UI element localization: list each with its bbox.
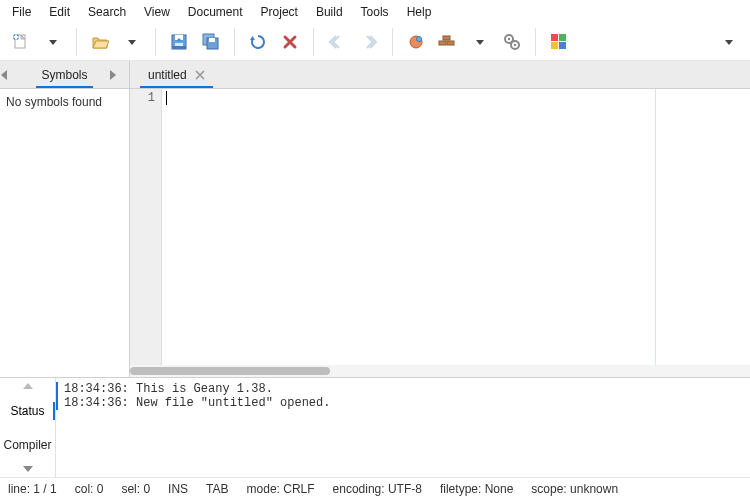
svg-rect-25	[551, 42, 558, 49]
message-selection-marker	[56, 382, 58, 410]
svg-marker-28	[110, 70, 116, 80]
build-dropdown[interactable]	[467, 29, 493, 55]
toolbar-separator	[392, 28, 393, 56]
menubar: File Edit Search View Document Project B…	[0, 0, 750, 24]
chevron-down-icon	[476, 40, 484, 45]
compile-icon	[406, 32, 426, 52]
editor-tab-label: untitled	[148, 68, 187, 82]
status-col: col: 0	[75, 482, 104, 496]
message-scroll-up[interactable]	[23, 378, 33, 394]
chevron-right-icon	[109, 70, 117, 80]
toolbar	[0, 24, 750, 60]
svg-rect-16	[439, 41, 446, 45]
sidebar: Symbols No symbols found	[0, 61, 130, 377]
sidebar-scroll-right[interactable]	[109, 70, 129, 80]
chevron-down-icon	[23, 465, 33, 473]
menu-build[interactable]: Build	[308, 2, 351, 22]
chevron-down-icon	[49, 40, 57, 45]
run-gears-icon	[502, 32, 522, 52]
svg-rect-24	[559, 34, 566, 41]
message-tab-status[interactable]: Status	[0, 394, 55, 428]
svg-rect-26	[559, 42, 566, 49]
message-tab-label: Status	[10, 404, 44, 418]
svg-marker-30	[23, 466, 33, 472]
status-sel: sel: 0	[121, 482, 150, 496]
line-number: 1	[130, 91, 155, 105]
code-text-area[interactable]	[162, 89, 750, 377]
color-chooser-icon	[549, 32, 569, 52]
svg-rect-4	[14, 36, 19, 38]
statusbar: line: 1 / 1 col: 0 sel: 0 INS TAB mode: …	[0, 477, 750, 501]
scrollbar-thumb[interactable]	[130, 367, 330, 375]
close-icon	[281, 33, 299, 51]
close-tab-icon[interactable]	[195, 70, 205, 80]
menu-tools[interactable]: Tools	[353, 2, 397, 22]
editor-hscrollbar[interactable]	[130, 365, 750, 377]
new-file-icon	[11, 32, 31, 52]
line-gutter: 1	[130, 89, 162, 377]
message-body[interactable]: 18:34:36: This is Geany 1.38. 18:34:36: …	[56, 378, 750, 477]
save-all-icon	[201, 32, 221, 52]
status-line: line: 1 / 1	[8, 482, 57, 496]
chevron-left-icon	[0, 70, 8, 80]
sidebar-tab-symbols[interactable]: Symbols	[20, 63, 109, 87]
message-scroll-down[interactable]	[23, 462, 33, 478]
build-button[interactable]	[435, 29, 461, 55]
compile-button[interactable]	[403, 29, 429, 55]
svg-rect-8	[172, 46, 186, 49]
svg-point-20	[508, 38, 510, 40]
menu-file[interactable]: File	[4, 2, 39, 22]
reload-icon	[248, 32, 268, 52]
svg-marker-13	[250, 36, 255, 40]
save-icon	[169, 32, 189, 52]
status-filetype: filetype: None	[440, 482, 513, 496]
menu-document[interactable]: Document	[180, 2, 251, 22]
sidebar-scroll-left[interactable]	[0, 70, 20, 80]
nav-back-button[interactable]	[324, 29, 350, 55]
toolbar-overflow[interactable]	[716, 29, 742, 55]
new-file-dropdown[interactable]	[40, 29, 66, 55]
toolbar-separator	[313, 28, 314, 56]
save-button[interactable]	[166, 29, 192, 55]
chevron-down-icon	[725, 40, 733, 45]
editor-tabstrip: untitled	[130, 61, 750, 89]
svg-point-15	[417, 37, 422, 42]
toolbar-separator	[155, 28, 156, 56]
toolbar-separator	[234, 28, 235, 56]
reload-button[interactable]	[245, 29, 271, 55]
chevron-up-icon	[23, 382, 33, 390]
toolbar-separator	[535, 28, 536, 56]
svg-rect-12	[209, 38, 215, 42]
nav-forward-icon	[359, 32, 379, 52]
menu-help[interactable]: Help	[399, 2, 440, 22]
open-file-button[interactable]	[87, 29, 113, 55]
status-eol-mode: mode: CRLF	[247, 482, 315, 496]
main-area: Symbols No symbols found untitled 1	[0, 60, 750, 377]
new-file-button[interactable]	[8, 29, 34, 55]
menu-project[interactable]: Project	[253, 2, 306, 22]
save-all-button[interactable]	[198, 29, 224, 55]
toolbar-separator	[76, 28, 77, 56]
close-file-button[interactable]	[277, 29, 303, 55]
text-caret	[166, 91, 167, 105]
menu-edit[interactable]: Edit	[41, 2, 78, 22]
svg-marker-27	[1, 70, 7, 80]
message-tab-compiler[interactable]: Compiler	[0, 428, 55, 462]
svg-marker-29	[23, 383, 33, 389]
status-scope: scope: unknown	[531, 482, 618, 496]
svg-rect-18	[443, 36, 450, 40]
open-file-dropdown[interactable]	[119, 29, 145, 55]
active-tab-marker	[53, 402, 55, 420]
run-button[interactable]	[499, 29, 525, 55]
long-line-marker	[655, 89, 656, 377]
svg-rect-17	[447, 41, 454, 45]
message-line: 18:34:36: This is Geany 1.38.	[64, 382, 742, 396]
message-panel: Status Compiler 18:34:36: This is Geany …	[0, 377, 750, 477]
menu-view[interactable]: View	[136, 2, 178, 22]
sidebar-empty-text: No symbols found	[6, 95, 102, 109]
color-chooser-button[interactable]	[546, 29, 572, 55]
editor-tab-untitled[interactable]: untitled	[140, 63, 213, 87]
nav-forward-button[interactable]	[356, 29, 382, 55]
sidebar-tabstrip: Symbols	[0, 61, 129, 89]
menu-search[interactable]: Search	[80, 2, 134, 22]
